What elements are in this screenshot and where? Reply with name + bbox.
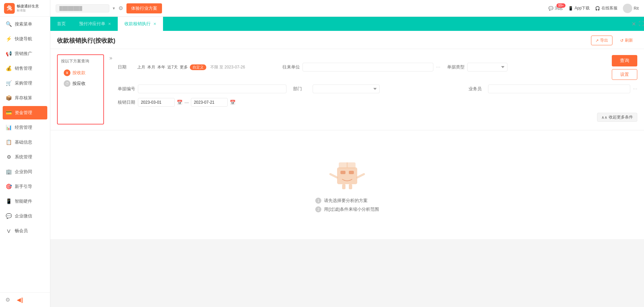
sidebar-item-label: 搜索菜单: [15, 21, 32, 27]
sidebar-item-marketing[interactable]: 📢 营销推广: [0, 46, 50, 61]
settings-button[interactable]: 设置: [612, 69, 637, 80]
tab-prepay-label: 预付冲应付单: [79, 21, 105, 27]
app-name: 畅捷通好生意: [17, 4, 39, 8]
date-range-display: 不限 至 2023-07-26: [210, 64, 245, 70]
content-area: 收款核销执行(按收款) ↗ 导出 ↺ 刷新 按以下方案查询 ¥ 按收款: [50, 31, 644, 307]
date-7days[interactable]: 近7天: [167, 64, 178, 70]
sidebar-item-label: 畅会员: [15, 228, 28, 234]
solution-button[interactable]: 体验行业方案: [126, 3, 162, 13]
sidebar-item-search[interactable]: 🔍 搜索菜单: [0, 17, 50, 32]
partner-input[interactable]: [303, 63, 433, 71]
filter-group-bill-no: 单据编号: [118, 85, 286, 93]
filter-option-receipt-label: 按收款: [72, 70, 86, 76]
dept-select[interactable]: [313, 85, 380, 93]
main-area: ████████ ▾ ⚙ 体验行业方案 💬 消息 99+ 📱 App下载 🎧 在…: [50, 0, 644, 307]
filter-group-date: 日期 上月 本月 本年 近7天 更多 自定义 不限 至 2023-07-26: [118, 64, 276, 70]
tab-receipt[interactable]: 收款核销执行 ✕: [118, 17, 163, 31]
filter-panel-title: 按以下方案查询: [61, 58, 100, 64]
app-icon: 📱: [568, 6, 573, 11]
svg-rect-1: [340, 171, 345, 174]
tab-receipt-close[interactable]: ✕: [153, 22, 156, 26]
expand-more-button[interactable]: ∧∧ 收起更多条件: [597, 113, 637, 122]
sidebar-item-hardware[interactable]: 📱 智能硬件: [0, 194, 50, 209]
sidebar-footer: ⚙ ◀‖: [0, 292, 50, 307]
filter-collapse-button[interactable]: »: [109, 55, 112, 61]
sidebar-item-label: 系统管理: [15, 154, 32, 160]
sidebar-item-finance[interactable]: 💳 资金管理: [3, 106, 47, 119]
sidebar-item-system[interactable]: ⚙ 系统管理: [0, 150, 50, 164]
tab-receipt-label: 收款核销执行: [124, 21, 151, 27]
query-button[interactable]: 查询: [612, 55, 637, 66]
sidebar-item-wechat[interactable]: 💬 企业微信: [0, 209, 50, 223]
collapse-sidebar-icon[interactable]: ◀‖: [17, 297, 23, 303]
header-dropdown-icon[interactable]: ▾: [113, 6, 115, 11]
sidebar-item-inventory[interactable]: 📦 库存核算: [0, 91, 50, 105]
date-this-year[interactable]: 本年: [157, 64, 165, 70]
sidebar-item-sales[interactable]: 💰 销售管理: [0, 61, 50, 76]
filter-option-by-receivable[interactable]: ⏱ 按应收: [61, 78, 100, 89]
header-search-bar[interactable]: ████████: [56, 4, 109, 12]
verify-date-from-cal-icon[interactable]: 📅: [177, 100, 182, 105]
online-service-button[interactable]: 🎧 在线客服: [595, 5, 618, 11]
salesperson-input[interactable]: [488, 85, 630, 93]
date-custom-badge[interactable]: 自定义: [190, 64, 206, 70]
settings-gear-icon[interactable]: ⚙: [5, 297, 10, 303]
tab-expand-icon[interactable]: ⛶: [639, 21, 644, 27]
svg-line-4: [357, 174, 364, 177]
sidebar-item-label: 快捷导航: [15, 36, 32, 42]
sidebar-item-purchase[interactable]: 🛒 采购管理: [0, 76, 50, 91]
refresh-button[interactable]: ↺ 刷新: [616, 36, 637, 45]
top-header: ████████ ▾ ⚙ 体验行业方案 💬 消息 99+ 📱 App下载 🎧 在…: [50, 0, 644, 17]
verify-date-from-input[interactable]: [138, 98, 175, 107]
basics-icon: 📋: [5, 139, 12, 146]
filter-group-verify-date: 核销日期 📅 — 📅: [118, 98, 637, 107]
refresh-label: 刷新: [625, 38, 633, 43]
sidebar-item-guide[interactable]: 🎯 新手引导: [0, 179, 50, 194]
refresh-icon: ↺: [620, 38, 624, 43]
partner-more-icon[interactable]: ···: [436, 64, 440, 70]
svg-rect-5: [342, 184, 345, 189]
date-this-month[interactable]: 本月: [147, 64, 155, 70]
tab-close-icon[interactable]: ✕: [632, 21, 636, 27]
bill-type-select[interactable]: [467, 63, 507, 71]
collab-icon: 🏢: [5, 168, 12, 175]
purchase-icon: 🛒: [5, 80, 12, 87]
sidebar-item-management[interactable]: 📊 经营管理: [0, 120, 50, 135]
filter-row-1: 日期 上月 本月 本年 近7天 更多 自定义 不限 至 2023-07-26: [118, 54, 637, 80]
bill-no-input[interactable]: [138, 85, 286, 93]
filter-form: 日期 上月 本月 本年 近7天 更多 自定义 不限 至 2023-07-26: [118, 54, 637, 124]
member-icon: V: [5, 227, 12, 234]
expand-more-icon: ∧∧: [601, 115, 607, 120]
svg-rect-6: [349, 184, 352, 189]
user-avatar: [623, 4, 632, 13]
svg-line-3: [330, 174, 337, 177]
sidebar-item-member[interactable]: V 畅会员: [0, 223, 50, 238]
date-more[interactable]: 更多: [180, 64, 188, 70]
message-button[interactable]: 💬 消息 99+: [548, 5, 563, 11]
message-icon: 💬: [548, 6, 553, 11]
marketing-icon: 📢: [5, 50, 12, 57]
empty-tip-1-text: 请先选择要分析的方案: [324, 198, 368, 204]
expand-more-row: ∧∧ 收起更多条件: [118, 111, 637, 124]
tab-home[interactable]: 首页: [50, 17, 72, 31]
sidebar-item-quicknav[interactable]: ⚡ 快捷导航: [0, 32, 50, 46]
app-download-button[interactable]: 📱 App下载: [568, 5, 590, 11]
salesperson-more-icon[interactable]: ···: [633, 86, 637, 92]
header-gear-icon[interactable]: ⚙: [118, 5, 123, 11]
export-button[interactable]: ↗ 导出: [591, 36, 612, 45]
receipt-scheme-icon: ¥: [64, 69, 70, 76]
service-icon: 🎧: [595, 6, 600, 11]
sidebar-menu: 🔍 搜索菜单 ⚡ 快捷导航 📢 营销推广 💰 销售管理 🛒 采购管理 📦 库存核…: [0, 17, 50, 292]
management-icon: 📊: [5, 124, 12, 131]
filter-option-by-receipt[interactable]: ¥ 按收款: [61, 67, 100, 78]
app-download-label: App下载: [575, 5, 590, 11]
date-last-month[interactable]: 上月: [137, 64, 145, 70]
verify-date-to-cal-icon[interactable]: 📅: [230, 100, 235, 105]
sidebar-item-collab[interactable]: 🏢 企业协同: [0, 164, 50, 179]
tab-prepay-close[interactable]: ✕: [108, 22, 111, 26]
verify-date-to-input[interactable]: [191, 98, 228, 107]
message-badge: 99+: [556, 3, 566, 8]
user-profile[interactable]: Rit: [623, 4, 639, 13]
sidebar-item-basics[interactable]: 📋 基础信息: [0, 135, 50, 150]
tab-prepay[interactable]: 预付冲应付单 ✕: [72, 17, 118, 31]
